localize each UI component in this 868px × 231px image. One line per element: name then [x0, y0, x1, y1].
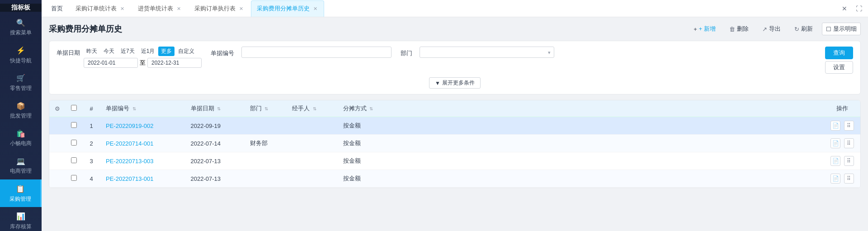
tab-inbound-stats[interactable]: 进货单统计表 ✕ [132, 0, 188, 17]
sort-doc-date-icon[interactable]: ⇅ [217, 106, 221, 111]
column-settings-icon[interactable]: ⚙ [55, 105, 60, 112]
doc-link[interactable]: PE-20220714-001 [106, 140, 154, 147]
sidebar-item-inventory[interactable]: 📊 库存核算 [0, 207, 42, 231]
tab-purchase-order-stats[interactable]: 采购订单统计表 ✕ [70, 0, 131, 17]
page-content: 采购费用分摊单历史 + + 新增 🗑 删除 ↗ 导出 ↻ 刷新 [42, 17, 868, 231]
view-button[interactable]: 📄 [830, 174, 840, 184]
table-body: 1 PE-20220919-002 2022-09-19 按金额 📄 ⠿ [49, 117, 860, 188]
sort-handler-icon[interactable]: ⇅ [313, 106, 316, 111]
tab-purchase-cost-split[interactable]: 采购费用分摊单历史 ✕ [251, 0, 324, 17]
export-button[interactable]: ↗ 导出 [758, 23, 785, 35]
view-button[interactable]: 📄 [830, 156, 840, 166]
cell-split-method: 按金额 [338, 135, 824, 152]
sidebar-item-mini-mall[interactable]: 🛍️ 小畅电商 [0, 124, 42, 152]
cell-check [66, 117, 82, 135]
delete-button[interactable]: 🗑 删除 [725, 23, 753, 35]
table-row: 3 PE-20220713-003 2022-07-13 按金额 📄 ⠿ [49, 152, 860, 170]
settings-button[interactable]: 设置 [825, 61, 853, 74]
select-all-checkbox[interactable] [71, 105, 77, 111]
sidebar-item-quick-nav[interactable]: ⚡ 快捷导航 [0, 41, 42, 69]
tab-close-inbound-stats[interactable]: ✕ [176, 5, 182, 12]
cell-check [66, 152, 82, 170]
shortcut-7days[interactable]: 近7天 [118, 47, 137, 56]
tab-close-purchase-order-stats[interactable]: ✕ [119, 5, 125, 12]
date-shortcuts-row: 昨天 今天 近7天 近1月 更多 自定义 [84, 47, 202, 56]
view-button[interactable]: 📄 [830, 121, 840, 131]
shortcut-yesterday[interactable]: 昨天 [84, 47, 100, 56]
tab-close-purchase-cost-split[interactable]: ✕ [312, 5, 318, 12]
sort-split-method-icon[interactable]: ⇅ [369, 106, 373, 111]
cell-ops: 📄 ⠿ [824, 152, 860, 170]
tab-purchase-order-exec[interactable]: 采购订单执行表 ✕ [189, 0, 250, 17]
table-header-row: ⚙ # 单据编号 ⇅ 单据日期 ⇅ [49, 100, 860, 117]
tab-fullscreen-button[interactable]: ⛶ [854, 3, 864, 14]
col-dept-label: 部门 [250, 105, 262, 112]
cell-doc-date: 2022-09-19 [185, 117, 245, 135]
view-button[interactable]: 📄 [830, 138, 840, 148]
more-button[interactable]: ⠿ [844, 121, 854, 131]
add-label: + 新增 [699, 25, 716, 33]
data-table: ⚙ # 单据编号 ⇅ 单据日期 ⇅ [49, 100, 860, 188]
header-actions: + + 新增 🗑 删除 ↗ 导出 ↻ 刷新 ☐ 显示明细 [689, 23, 861, 35]
refresh-label: 刷新 [801, 25, 813, 33]
row-checkbox[interactable] [71, 140, 77, 146]
cell-settings [49, 135, 66, 152]
cell-split-method: 按金额 [338, 170, 824, 188]
date-to-input[interactable] [147, 58, 202, 68]
sort-dept-icon[interactable]: ⇅ [264, 106, 268, 111]
sidebar-item-purchase[interactable]: 📋 采购管理 [0, 179, 42, 207]
expand-more-button[interactable]: ▼ 展开更多条件 [429, 77, 481, 89]
doc-link[interactable]: PE-20220713-003 [106, 158, 154, 165]
sidebar-item-retail[interactable]: 🛒 零售管理 [0, 69, 42, 96]
col-doc-no: 单据编号 ⇅ [100, 100, 185, 117]
tab-home[interactable]: 首页 [45, 0, 69, 17]
search-icon: 🔍 [2, 18, 40, 28]
more-button[interactable]: ⠿ [844, 138, 854, 148]
cell-ops: 📄 ⠿ [824, 170, 860, 188]
sidebar-item-label: 采购管理 [9, 196, 31, 202]
col-handler: 经手人 ⇅ [287, 100, 337, 117]
tab-home-label: 首页 [51, 5, 63, 13]
row-checkbox[interactable] [71, 157, 77, 163]
cell-doc-date: 2022-07-13 [185, 170, 245, 188]
cell-doc-no: PE-20220713-001 [100, 170, 185, 188]
col-handler-label: 经手人 [292, 105, 310, 112]
col-settings: ⚙ [49, 100, 66, 117]
docno-filter-input[interactable] [241, 47, 392, 58]
tab-close-all-button[interactable]: ✕ [839, 3, 850, 14]
date-from-input[interactable] [84, 58, 138, 68]
row-checkbox[interactable] [71, 175, 77, 181]
col-split-method: 分摊方式 ⇅ [338, 100, 824, 117]
cell-split-method: 按金额 [338, 152, 824, 170]
refresh-button[interactable]: ↻ 刷新 [790, 23, 817, 35]
filter-area: 单据日期 昨天 今天 近7天 近1月 更多 自定义 至 [49, 41, 861, 94]
expand-row: ▼ 展开更多条件 [57, 77, 853, 89]
sidebar-item-ecommerce[interactable]: 💻 电商管理 [0, 152, 42, 179]
cell-settings [49, 170, 66, 188]
shortcut-1month[interactable]: 近1月 [138, 47, 158, 56]
query-button[interactable]: 查询 [825, 47, 853, 59]
quick-nav-icon: ⚡ [2, 46, 40, 56]
cell-num: 3 [82, 152, 100, 170]
sort-doc-no-icon[interactable]: ⇅ [132, 106, 136, 111]
more-button[interactable]: ⠿ [844, 174, 854, 184]
cell-doc-no: PE-20220919-002 [100, 117, 185, 135]
cell-handler [287, 135, 337, 152]
sidebar-item-search[interactable]: 🔍 搜索菜单 [0, 14, 42, 41]
doc-link[interactable]: PE-20220713-001 [106, 175, 154, 182]
row-checkbox[interactable] [71, 122, 77, 128]
cell-doc-no: PE-20220714-001 [100, 135, 185, 152]
dept-select[interactable]: 财务部 [420, 47, 554, 58]
shortcut-more[interactable]: 更多 [158, 47, 175, 56]
shortcut-custom[interactable]: 自定义 [175, 47, 197, 56]
show-cols-button[interactable]: ☐ 显示明细 [822, 23, 861, 35]
more-button[interactable]: ⠿ [844, 156, 854, 166]
sidebar-item-wholesale[interactable]: 📦 批发管理 [0, 97, 42, 124]
col-doc-date: 单据日期 ⇅ [185, 100, 245, 117]
cell-dept [245, 152, 287, 170]
doc-link[interactable]: PE-20220919-002 [106, 123, 154, 129]
shortcut-today[interactable]: 今天 [101, 47, 117, 56]
tab-close-purchase-order-exec[interactable]: ✕ [238, 5, 244, 12]
add-button[interactable]: + + 新增 [689, 23, 720, 35]
col-check [66, 100, 82, 117]
